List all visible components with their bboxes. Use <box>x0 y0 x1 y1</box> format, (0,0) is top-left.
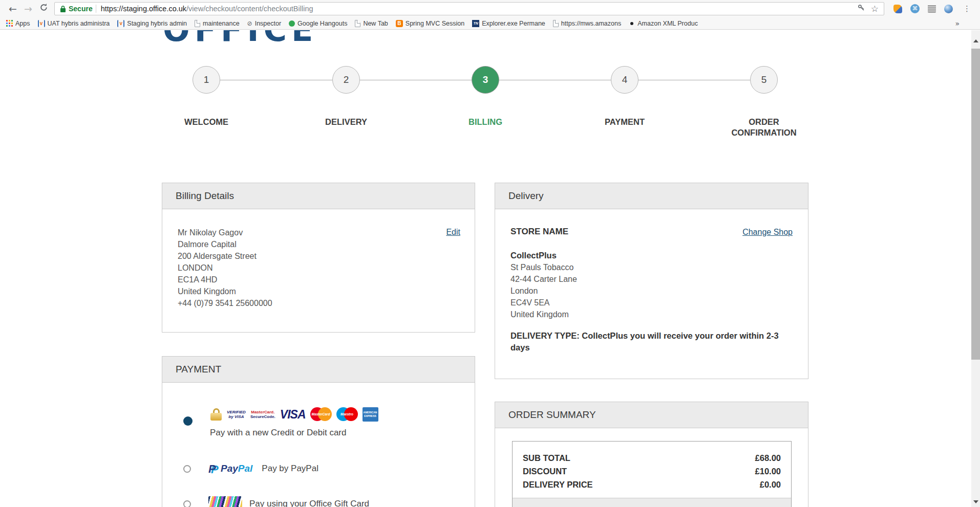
summary-label: DISCOUNT <box>523 465 567 478</box>
bookmark-item[interactable]: Google Hangouts <box>289 20 347 27</box>
billing-address-line: 200 Aldersgate Street <box>178 250 460 262</box>
blogger-favicon: B <box>396 20 403 27</box>
secure-padlock-icon <box>60 5 66 13</box>
summary-label: DELIVERY PRICE <box>523 478 593 491</box>
payment-option-card[interactable]: VERIFIED by VISA MasterCard. SecureCode.… <box>183 404 464 438</box>
gift-card-logo-icon: GIFT CARD <box>208 496 242 507</box>
edit-billing-link[interactable]: Edit <box>446 228 460 237</box>
reload-button[interactable] <box>36 3 51 14</box>
billing-details-header: Billing Details <box>162 183 475 209</box>
step-circle: 2 <box>332 66 360 94</box>
bookmark-label: New Tab <box>363 20 388 27</box>
change-shop-link[interactable]: Change Shop <box>742 228 793 237</box>
bookmark-item[interactable]: v UAT hybris administra <box>38 20 110 27</box>
delivery-body: Change Shop STORE NAME CollectPlus St Pa… <box>495 209 808 354</box>
step-label: WELCOME <box>160 117 252 127</box>
step-billing-active[interactable]: 3 BILLING <box>439 66 531 127</box>
bookmark-star-icon[interactable]: ☆ <box>871 4 879 14</box>
bookmark-item[interactable]: maintenance <box>195 20 240 27</box>
summary-row-subtotal: SUB TOTAL £68.00 <box>523 451 781 465</box>
summary-value: £10.00 <box>755 465 781 478</box>
visa-icon: VISA <box>280 408 306 422</box>
url-divider <box>96 5 96 13</box>
hangouts-favicon <box>289 20 295 27</box>
bookmark-item[interactable]: Amazon XML Produc <box>629 20 698 27</box>
apps-shortcut[interactable]: Apps <box>6 20 30 27</box>
summary-value: £68.00 <box>755 451 781 465</box>
bookmark-item[interactable]: https://mws.amazons <box>553 20 621 27</box>
saved-password-key-icon[interactable] <box>858 4 865 13</box>
billing-address-line: United Kingdom <box>178 285 460 297</box>
billing-address-line: EC1A 4HD <box>178 274 460 285</box>
browser-toolbar: ← → Secure https://staging.office.co.uk/… <box>0 0 980 17</box>
bookmark-item[interactable]: ⊘ Inspector <box>247 20 281 27</box>
card-option-label: Pay with a new Credit or Debit card <box>210 428 378 438</box>
step-label: ORDER CONFIRMATION <box>726 117 802 138</box>
bookmark-label: Explorer.exe Permane <box>482 20 545 27</box>
browser-menu-icon[interactable]: ⋮ <box>961 4 973 13</box>
summary-label: SUB TOTAL <box>523 451 570 465</box>
extension-globe-icon[interactable] <box>944 5 953 13</box>
bookmarks-overflow-chevron[interactable]: » <box>955 19 974 28</box>
billing-phone: +44 (0)79 3541 25600000 <box>178 297 460 309</box>
order-summary-panel: ORDER SUMMARY SUB TOTAL £68.00 DISCOUNT … <box>495 402 808 507</box>
delivery-panel: Delivery Change Shop STORE NAME CollectP… <box>495 183 808 379</box>
step-circle: 5 <box>750 66 778 94</box>
bookmark-label: Google Hangouts <box>297 20 347 27</box>
mastercard-securecode-icon: MasterCard. SecureCode. <box>250 410 275 419</box>
apps-label: Apps <box>15 20 30 27</box>
bookmark-label: Inspector <box>255 20 281 27</box>
summary-value: £0.00 <box>760 478 781 491</box>
card-scheme-icons: VERIFIED by VISA MasterCard. SecureCode.… <box>210 404 378 425</box>
scrollbar-down-arrow-icon[interactable] <box>973 500 978 503</box>
extension-form-icon[interactable] <box>928 5 936 13</box>
verified-by-visa-icon: VERIFIED by VISA <box>227 410 246 419</box>
page-favicon <box>195 20 200 27</box>
giftcard-option-body: GIFT CARD Pay using your Office Gift Car… <box>208 496 369 507</box>
store-name-value: CollectPlus <box>510 250 793 261</box>
step-circle: 1 <box>193 66 220 94</box>
store-address-line: United Kingdom <box>510 308 793 320</box>
step-payment[interactable]: 4 PAYMENT <box>579 66 671 127</box>
checkout-stepper: 1 WELCOME 2 DELIVERY 3 BILLING 4 PAYMENT… <box>0 30 971 148</box>
page-scrollbar[interactable] <box>971 30 980 507</box>
payment-option-paypal[interactable]: PP PayPal Pay by PayPal <box>183 462 464 475</box>
bookmark-item[interactable]: New Tab <box>355 20 388 27</box>
store-address-line: EC4V 5EA <box>510 297 793 308</box>
payment-option-giftcard[interactable]: GIFT CARD Pay using your Office Gift Car… <box>183 496 464 507</box>
amex-icon: AMERICAN EXPRESS <box>363 407 378 422</box>
store-address-line: St Pauls Tobacco <box>510 261 793 273</box>
bookmark-label: maintenance <box>203 20 240 27</box>
radio-card-selected[interactable] <box>183 416 193 426</box>
step-welcome[interactable]: 1 WELCOME <box>160 66 252 127</box>
bookmark-item[interactable]: B Spring MVC Session <box>396 20 464 27</box>
billing-details-body: Edit Mr Nikolay Gagov Dalmore Capital 20… <box>162 209 475 309</box>
back-button[interactable]: ← <box>5 3 20 14</box>
billing-address-line: LONDON <box>178 262 460 274</box>
radio-giftcard[interactable] <box>183 500 191 507</box>
extension-command-icon[interactable]: ⌘ <box>910 4 920 13</box>
payment-header: PAYMENT <box>162 357 475 383</box>
url-bar[interactable]: Secure https://staging.office.co.uk/view… <box>54 2 884 15</box>
extensions-area: ⌘ ⋮ <box>889 4 975 13</box>
step-label: BILLING <box>439 117 531 127</box>
store-address-line: London <box>510 285 793 297</box>
bookmark-item[interactable]: TN Explorer.exe Permane <box>472 20 545 27</box>
hybris-favicon: v <box>117 20 124 27</box>
bookmark-label: Amazon XML Produc <box>637 20 698 27</box>
bookmark-item[interactable]: v Staging hybris admin <box>117 20 187 27</box>
forward-button[interactable]: → <box>20 3 36 14</box>
store-address-line: 42-44 Carter Lane <box>510 273 793 285</box>
scrollbar-up-arrow-icon[interactable] <box>973 39 978 42</box>
maestro-icon: Maestro <box>336 407 358 422</box>
extension-ribbon-icon[interactable] <box>893 5 902 13</box>
step-order-confirmation[interactable]: 5 ORDER CONFIRMATION <box>718 66 810 138</box>
paypal-option-label: Pay by PayPal <box>262 464 318 474</box>
payment-panel: PAYMENT VERIFIED by VISA MasterCard. Sec… <box>162 356 475 507</box>
payment-body: VERIFIED by VISA MasterCard. SecureCode.… <box>162 383 475 507</box>
step-label: DELIVERY <box>300 117 392 127</box>
step-delivery[interactable]: 2 DELIVERY <box>300 66 392 127</box>
radio-paypal[interactable] <box>183 465 191 473</box>
scrollbar-thumb[interactable] <box>971 49 980 360</box>
billing-details-panel: Billing Details Edit Mr Nikolay Gagov Da… <box>162 183 475 333</box>
